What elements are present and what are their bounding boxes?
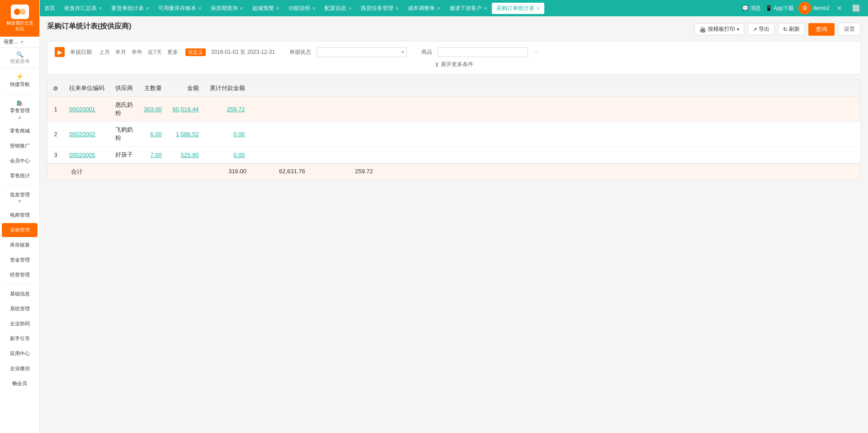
tab-invitedown-close[interactable]: ✕: [484, 6, 487, 11]
tab-overstock[interactable]: 超储预警 ✕: [248, 3, 284, 14]
shortcut-last-month[interactable]: 上月: [97, 48, 112, 57]
tab-stockbook-close[interactable]: ✕: [198, 6, 202, 11]
goods-more-icon[interactable]: ···: [533, 49, 538, 56]
custom-date-badge[interactable]: 自定义: [185, 48, 206, 56]
expand-more-button[interactable]: ⊻ 展开更多条件: [55, 61, 853, 68]
cell-paid-3[interactable]: 0.00: [204, 147, 250, 163]
shortcut-this-month[interactable]: 本月: [113, 48, 128, 57]
unit-code-link-3[interactable]: 00020005: [69, 152, 95, 158]
sidebar-item-ecommerce[interactable]: 电商管理: [2, 208, 38, 222]
print-button[interactable]: 🖨️ 按模板打印 ▾: [694, 23, 744, 35]
paid-link-3[interactable]: 0.00: [233, 152, 245, 158]
sidebar-item-retail-mall[interactable]: 零售商城: [2, 124, 38, 138]
tab-invitedown[interactable]: 邀请下游客户 ✕: [445, 3, 492, 14]
cell-qty-3[interactable]: 7.00: [138, 147, 167, 163]
refresh-button[interactable]: ↻ 刷新: [778, 23, 805, 35]
sidebar-item-corpwechat[interactable]: 企业微信: [2, 362, 38, 376]
sidebar-search[interactable]: 🔍 搜索菜单: [0, 48, 39, 69]
tab-expiry-close[interactable]: ✕: [240, 6, 243, 11]
amount-link-2[interactable]: 1,586.52: [176, 131, 199, 138]
sidebar-item-enterprise[interactable]: 企业协同: [2, 317, 38, 331]
tab-funcguide-close[interactable]: ✕: [312, 6, 316, 11]
paid-link-2[interactable]: 0.00: [233, 131, 245, 138]
tab-config-close[interactable]: ✕: [348, 6, 352, 11]
tab-expiry[interactable]: 保质期查询 ✕: [206, 3, 248, 14]
tab-funcguide[interactable]: 功能说明 ✕: [284, 3, 320, 14]
sidebar-item-appcenter[interactable]: 应用中心: [2, 347, 38, 361]
sidebar-item-marketing[interactable]: 营销推广: [2, 139, 38, 153]
tab-config[interactable]: 配置信息 ✕: [320, 3, 356, 14]
sidebar-item-newguide[interactable]: 新手引导: [2, 332, 38, 346]
date-range-text: 2016-01-01 至 2023-12-31: [211, 48, 275, 56]
cell-code-2[interactable]: 00020002: [64, 122, 110, 147]
goods-input[interactable]: [438, 47, 528, 57]
amount-link-3[interactable]: 525.80: [181, 152, 199, 158]
tab-costadjust[interactable]: 成本调整单 ✕: [403, 3, 445, 14]
sidebar-item-operation[interactable]: 经营管理: [2, 268, 38, 282]
shortcut-7days[interactable]: 近7天: [146, 48, 164, 57]
footer-qty: 316.00: [161, 168, 252, 176]
sidebar-item-basic[interactable]: 基础信息: [2, 287, 38, 301]
sidebar-item-vip[interactable]: 畅会员: [2, 376, 38, 390]
tab-pickingtask-close[interactable]: ✕: [395, 6, 399, 11]
qty-link-3[interactable]: 7.00: [150, 152, 161, 158]
shortcut-this-year[interactable]: 本年: [130, 48, 144, 57]
amount-link-1[interactable]: 60,519.44: [173, 106, 199, 113]
tab-purchasestat[interactable]: 采购订单统计表 ✕: [492, 3, 544, 14]
cell-amount-2[interactable]: 1,586.52: [167, 122, 204, 147]
sidebar-item-retail[interactable]: 🛍️ 零售管理 ▲: [2, 96, 38, 123]
sidebar-logo[interactable]: 畅捷通好生意 标版: [0, 0, 39, 37]
tab-orderstat-close[interactable]: ✕: [146, 6, 149, 11]
cell-paid-2[interactable]: 0.00: [204, 122, 250, 147]
sidebar-item-finance[interactable]: 资金管理: [2, 253, 38, 267]
page-action-buttons: 🖨️ 按模板打印 ▾ ↗ 导出 ↻ 刷新 查询 设置: [694, 23, 861, 36]
user-profile-button[interactable]: D demo2: [798, 2, 830, 14]
cell-amount-3[interactable]: 525.80: [167, 147, 204, 163]
sidebar-item-retail-stats[interactable]: 零售统计: [2, 169, 38, 183]
company-selector[interactable]: 母婴行业演示账套 ▾: [0, 37, 39, 48]
sidebar-item-system[interactable]: 系统管理: [2, 302, 38, 316]
qty-link-2[interactable]: 6.00: [150, 131, 161, 138]
window-maximize-button[interactable]: ⬜: [849, 4, 863, 13]
app-download-button[interactable]: 📱 App下载: [765, 5, 794, 12]
col-settings[interactable]: ⚙: [47, 80, 64, 97]
cell-paid-1[interactable]: 259.72: [204, 97, 250, 122]
cell-extra-1: [250, 97, 860, 122]
status-select[interactable]: [316, 47, 407, 57]
paid-link-1[interactable]: 259.72: [227, 106, 245, 113]
tab-stockbook[interactable]: 可用量库存账本 ✕: [154, 3, 206, 14]
window-close-button[interactable]: ✕: [834, 4, 845, 13]
query-button[interactable]: 查询: [808, 23, 835, 36]
sidebar-item-purchase[interactable]: 采购管理: [2, 223, 38, 237]
shortcut-more[interactable]: 更多: [165, 48, 180, 57]
qty-link-1[interactable]: 303.00: [144, 106, 162, 113]
sidebar-item-wholesale[interactable]: 批发管理 ▼: [2, 188, 38, 207]
filter-toggle-button[interactable]: ▶: [55, 47, 65, 57]
cell-supplier-2: 飞鹤奶粉: [110, 122, 138, 147]
cell-amount-1[interactable]: 60,519.44: [167, 97, 204, 122]
sidebar-item-shortcut[interactable]: ⚡ 快捷导航: [2, 69, 38, 91]
cell-qty-2[interactable]: 6.00: [138, 122, 167, 147]
goods-label: 商品: [421, 48, 432, 56]
tab-overstock-close[interactable]: ✕: [276, 6, 279, 11]
settings-button[interactable]: 设置: [838, 23, 861, 36]
cell-qty-1[interactable]: 303.00: [138, 97, 167, 122]
unit-code-link-2[interactable]: 00020002: [69, 131, 95, 138]
tab-home[interactable]: 首页: [40, 3, 60, 14]
tab-receivepay-close[interactable]: ✕: [99, 6, 102, 11]
tab-purchasestat-close[interactable]: ✕: [536, 6, 540, 11]
message-button[interactable]: 💬 消息: [742, 5, 761, 12]
tab-orderstat[interactable]: 要货单统计表 ✕: [107, 3, 154, 14]
tab-pickingtask[interactable]: 拣货任务管理 ✕: [356, 3, 403, 14]
tab-costadjust-close[interactable]: ✕: [437, 6, 440, 11]
sidebar-item-inventory[interactable]: 库存核算: [2, 238, 38, 252]
cell-code-1[interactable]: 00020001: [64, 97, 110, 122]
unit-code-link-1[interactable]: 00020001: [69, 106, 95, 113]
export-button[interactable]: ↗ 导出: [748, 23, 774, 35]
tab-receivepay[interactable]: 收发存汇总表 ✕: [60, 3, 107, 14]
inventory-label: 库存核算: [10, 242, 30, 248]
cell-code-3[interactable]: 00020005: [64, 147, 110, 163]
footer-paid: 259.72: [311, 168, 378, 176]
sidebar-item-member[interactable]: 会员中心: [2, 154, 38, 168]
cell-extra-2: [250, 122, 860, 147]
